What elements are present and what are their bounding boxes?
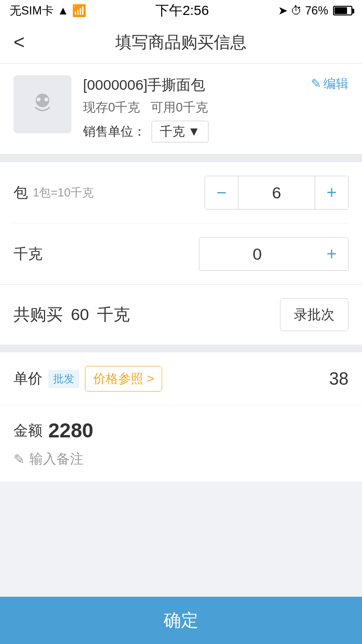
batch-button[interactable]: 录批次 [280,298,348,331]
wifi-icon: ▲️ 📶 [57,4,86,17]
amount-label: 金额 [14,421,42,441]
unit-select[interactable]: 千克 ▼ [152,121,209,142]
kg-quantity-control: + [199,237,348,271]
note-icon: ✎ [14,451,25,467]
carrier-text: 无SIM卡 [10,3,54,18]
status-right: ➤ ⏱ 76% [278,4,352,17]
kg-plus-button[interactable]: + [315,238,348,270]
kg-input-row: 千克 + [14,224,348,284]
package-quantity-control: − + [205,176,348,210]
amount-section: 金额 2280 ✎ 输入备注 [0,405,362,482]
total-section: 共购买 60 千克 录批次 [0,284,362,345]
status-time: 下午2:56 [155,1,209,20]
price-type-tag: 批发 [48,370,79,388]
battery-icon [333,6,352,15]
edit-button[interactable]: ✎编辑 [311,75,348,92]
alarm-icon: ⏱ [291,4,302,17]
total-value: 60 [71,305,89,323]
page-title: 填写商品购买信息 [115,31,247,54]
total-text: 共购买 60 千克 [14,304,130,326]
product-name: [0000006]手撕面包 [83,75,205,95]
price-ref-button[interactable]: 价格参照 > [85,366,162,392]
product-info: [0000006]手撕面包 ✎编辑 现存0千克 可用0千克 销售单位： 千克 ▼ [83,75,348,142]
kg-label: 千克 [14,244,42,264]
nav-bar: < 填写商品购买信息 [0,21,362,64]
product-card: [0000006]手撕面包 ✎编辑 现存0千克 可用0千克 销售单位： 千克 ▼ [0,64,362,154]
svg-point-2 [44,98,48,101]
status-left: 无SIM卡 ▲️ 📶 [10,3,86,18]
unit-label: 销售单位： [83,123,146,140]
amount-value: 2280 [48,419,93,442]
product-stock: 现存0千克 可用0千克 [83,99,348,116]
package-input-row: 包 1包=10千克 − + [14,162,348,224]
section-divider-2 [0,345,362,352]
package-minus-button[interactable]: − [205,176,238,209]
price-section: 单价 批发 价格参照 > 38 [0,352,362,405]
product-image [14,75,71,133]
confirm-button[interactable]: 确定 [0,597,362,644]
section-divider-1 [0,154,362,162]
price-label: 单价 [14,369,42,389]
package-quantity-input[interactable] [238,176,315,209]
note-placeholder: 输入备注 [29,450,84,468]
back-button[interactable]: < [14,31,25,53]
package-hint: 1包=10千克 [33,185,94,200]
product-logo-icon [28,90,57,119]
location-icon: ➤ [278,4,288,17]
amount-row: 金额 2280 [14,419,348,442]
input-section: 包 1包=10千克 − + 千克 + [0,162,362,284]
package-plus-button[interactable]: + [315,176,348,209]
package-label: 包 1包=10千克 [14,183,94,203]
price-value: 38 [329,369,348,389]
note-row[interactable]: ✎ 输入备注 [14,450,348,468]
status-bar: 无SIM卡 ▲️ 📶 下午2:56 ➤ ⏱ 76% [0,0,362,21]
battery-text: 76% [305,4,328,17]
svg-point-1 [37,98,41,101]
price-label-row: 单价 批发 价格参照 > [14,366,162,392]
kg-quantity-input[interactable] [199,238,315,270]
product-unit-row: 销售单位： 千克 ▼ [83,121,348,142]
product-header: [0000006]手撕面包 ✎编辑 [83,75,348,95]
